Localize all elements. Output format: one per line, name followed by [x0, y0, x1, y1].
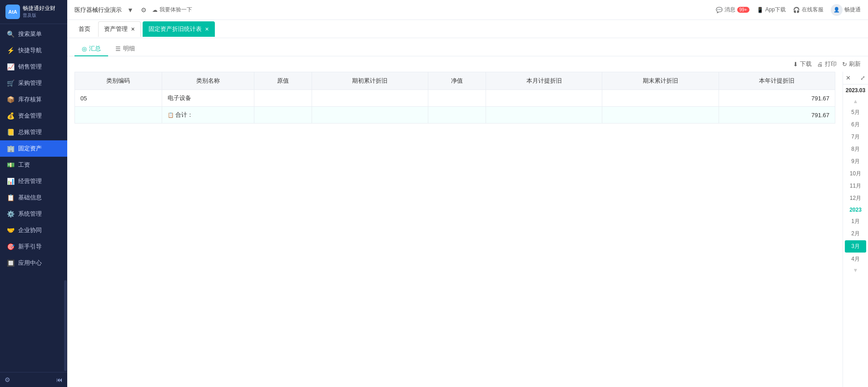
sidebar-item-apps[interactable]: 🔲 应用中心 [0, 255, 67, 271]
search-icon: 🔍 [6, 30, 15, 38]
sidebar-item-fixedasset[interactable]: 🏢 固定资产 [0, 140, 67, 157]
sidebar-item-system[interactable]: ⚙️ 系统管理 [0, 206, 67, 222]
table-cell: 电子设备 [162, 90, 254, 107]
current-period-label: 2023.03 [843, 84, 868, 96]
fixedasset-icon: 🏢 [6, 144, 15, 153]
cloud-feature: ☁ 我要体验一下 [152, 6, 192, 14]
scroll-up-btn[interactable]: ▲ [843, 96, 868, 106]
toolbar: ⬇ 下载 🖨 打印 ↻ 刷新 [67, 56, 868, 72]
month-item[interactable]: 9月 [843, 155, 868, 168]
sidebar-item-label: 总账管理 [18, 128, 42, 136]
sidebar-item-sales[interactable]: 📈 销售管理 [0, 59, 67, 75]
operation-icon: 📊 [6, 177, 15, 185]
month-item[interactable]: 8月 [843, 143, 868, 155]
app-download-btn[interactable]: 📱 App下载 [757, 6, 786, 14]
support-btn[interactable]: 🎧 在线客服 [793, 6, 823, 14]
sidebar-footer: ⚙ ⏮ [0, 372, 67, 387]
tab-close-btn[interactable]: ✕ [131, 26, 135, 32]
logo-sub: 普及版 [23, 12, 55, 19]
sidebar-item-label: 快捷导航 [18, 46, 42, 55]
table-cell [312, 90, 428, 107]
scroll-down-btn[interactable]: ▼ [843, 265, 868, 275]
sidebar-item-finance[interactable]: 💰 资金管理 [0, 108, 67, 124]
month-item[interactable]: 7月 [843, 131, 868, 143]
sidebar-item-guide[interactable]: 🎯 新手引导 [0, 238, 67, 255]
inventory-icon: 📦 [6, 95, 15, 104]
quicknav-icon: ⚡ [6, 46, 15, 55]
tab-depreciation[interactable]: 固定资产折旧统计表✕ [143, 21, 215, 37]
sidebar-item-label: 采购管理 [18, 79, 42, 87]
total-cell [428, 107, 486, 124]
avatar: 👤 [831, 4, 843, 16]
total-cell [602, 107, 719, 124]
month-item[interactable]: 11月 [843, 180, 868, 192]
tab-home[interactable]: 首页 [73, 21, 96, 37]
guide-icon: 🎯 [6, 243, 15, 251]
sidebar-item-label: 新手引导 [18, 243, 42, 251]
table-section: 类别编码类别名称原值期初累计折旧净值本月计提折旧期末累计折旧本年计提折旧 05电… [67, 72, 843, 387]
month-list: 5月6月7月8月9月10月11月12月20231月2月3月4月 [843, 106, 868, 265]
sidebar-item-collab[interactable]: 🤝 企业协同 [0, 222, 67, 238]
table-header-cell: 原值 [254, 72, 312, 90]
inner-tab-summary[interactable]: ◎汇总 [74, 42, 108, 56]
user-menu[interactable]: 👤 畅捷通 [831, 4, 861, 16]
tab-asset-mgmt[interactable]: 资产管理✕ [98, 21, 141, 37]
month-item[interactable]: 3月 [845, 240, 866, 253]
page-content: ◎汇总☰明细 ⬇ 下载 🖨 打印 ↻ 刷新 类别编码类别名称原值期初累计折旧净值… [67, 38, 868, 387]
month-item[interactable]: 10月 [843, 168, 868, 180]
company-dropdown-btn[interactable]: ▼ [125, 5, 135, 15]
table-wrap: 类别编码类别名称原值期初累计折旧净值本月计提折旧期末累计折旧本年计提折旧 05电… [67, 72, 843, 387]
inner-tab-detail[interactable]: ☰明细 [108, 42, 142, 56]
sidebar-item-inventory[interactable]: 📦 库存核算 [0, 91, 67, 108]
total-cell [486, 107, 602, 124]
sidebar-item-search[interactable]: 🔍 搜索菜单 [0, 26, 67, 42]
sidebar-item-quicknav[interactable]: ⚡ 快捷导航 [0, 42, 67, 59]
collapse-icon[interactable]: ⏮ [56, 376, 63, 383]
table-total-row: 📋 合计：791.67 [75, 107, 835, 124]
refresh-btn[interactable]: ↻ 刷新 [842, 60, 861, 68]
total-cell: 791.67 [719, 107, 835, 124]
company-name: 医疗器械行业演示 [74, 6, 122, 14]
system-icon: ⚙️ [6, 210, 15, 218]
month-item[interactable]: 6月 [843, 119, 868, 131]
table-row: 05电子设备791.67 [75, 90, 835, 107]
month-item[interactable]: 12月 [843, 192, 868, 204]
app-logo: AtA 畅捷通好业财 普及版 [0, 0, 67, 24]
month-item[interactable]: 5月 [843, 106, 868, 119]
month-item[interactable]: 2月 [843, 228, 868, 240]
sidebar-item-label: 搜索菜单 [18, 30, 42, 38]
close-panel-btn[interactable]: ✕ [846, 74, 851, 81]
notification-btn[interactable]: 💬 消息 99+ [716, 6, 749, 14]
tab-label: 资产管理 [104, 25, 128, 33]
sidebar-item-purchase[interactable]: 🛒 采购管理 [0, 75, 67, 91]
total-cell [312, 107, 428, 124]
settings-icon[interactable]: ⚙ [5, 376, 10, 383]
sidebar-item-basicinfo[interactable]: 📋 基础信息 [0, 189, 67, 206]
sidebar-nav: 🔍 搜索菜单 ⚡ 快捷导航 📈 销售管理 🛒 采购管理 📦 库存核算 💰 资金管… [0, 24, 67, 279]
table-cell [602, 90, 719, 107]
sidebar-item-label: 经营管理 [18, 177, 42, 185]
table-header-cell: 本年计提折旧 [719, 72, 835, 90]
expand-panel-btn[interactable]: ⤢ [860, 74, 865, 81]
settings-btn[interactable]: ⚙ [139, 5, 149, 15]
sales-icon: 📈 [6, 63, 15, 71]
month-item[interactable]: 4月 [843, 253, 868, 265]
sidebar-item-label: 销售管理 [18, 63, 42, 71]
sidebar-item-ledger[interactable]: 📒 总账管理 [0, 124, 67, 140]
print-btn[interactable]: 🖨 打印 [817, 60, 837, 68]
sidebar-item-salary[interactable]: 💵 工资 [0, 157, 67, 173]
tab-label: 首页 [79, 25, 90, 33]
table-header-cell: 期末累计折旧 [602, 72, 719, 90]
sidebar-item-label: 企业协同 [18, 226, 42, 234]
sidebar-item-operation[interactable]: 📊 经营管理 [0, 173, 67, 189]
total-cell [254, 107, 312, 124]
download-btn[interactable]: ⬇ 下载 [793, 60, 812, 68]
logo-icon: AtA [5, 5, 20, 19]
apps-icon: 🔲 [6, 259, 15, 267]
table-header-cell: 本月计提折旧 [486, 72, 602, 90]
main-content: 医疗器械行业演示 ▼ ⚙ ☁ 我要体验一下 💬 消息 99+ 📱 App下载 🎧… [67, 0, 868, 387]
basicinfo-icon: 📋 [6, 194, 15, 202]
month-item[interactable]: 1月 [843, 215, 868, 228]
tab-close-btn[interactable]: ✕ [205, 26, 209, 32]
table-header-cell: 期初累计折旧 [312, 72, 428, 90]
